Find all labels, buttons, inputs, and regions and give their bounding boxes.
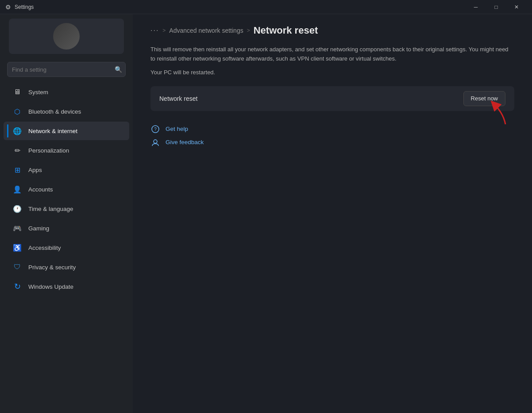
- sidebar-item-label: Gaming: [28, 225, 49, 232]
- bluetooth-icon: ⬡: [12, 107, 22, 116]
- app-container: 🔍 🖥 System ⬡ Bluetooth & devices 🌐 Netwo…: [0, 14, 532, 413]
- svg-point-3: [154, 140, 157, 143]
- user-avatar-area: [9, 19, 124, 54]
- sidebar-item-label: Privacy & security: [28, 264, 76, 271]
- maximize-button[interactable]: □: [486, 0, 506, 14]
- settings-icon: ⚙: [5, 4, 11, 11]
- breadcrumb-sep-2: >: [247, 27, 250, 34]
- network-icon: 🌐: [12, 126, 22, 136]
- breadcrumb-current: Network reset: [254, 25, 318, 36]
- system-icon: 🖥: [12, 87, 22, 97]
- svg-text:?: ?: [154, 127, 157, 132]
- search-input[interactable]: [7, 62, 126, 77]
- main-content: ··· > Advanced network settings > Networ…: [133, 14, 532, 413]
- page-description: This will remove then reinstall all your…: [150, 45, 513, 64]
- personalization-icon: ✏: [12, 145, 22, 155]
- accounts-icon: 👤: [12, 184, 22, 194]
- gaming-icon: 🎮: [12, 223, 22, 233]
- sidebar-item-privacy[interactable]: 🛡 Privacy & security: [4, 258, 129, 276]
- sidebar-item-gaming[interactable]: 🎮 Gaming: [4, 219, 129, 237]
- titlebar-title: Settings: [15, 4, 34, 10]
- sidebar: 🔍 🖥 System ⬡ Bluetooth & devices 🌐 Netwo…: [0, 14, 133, 413]
- get-help-label: Get help: [166, 126, 188, 132]
- sidebar-item-network[interactable]: 🌐 Network & internet: [4, 122, 129, 140]
- sidebar-item-label: System: [28, 89, 48, 96]
- sidebar-item-time[interactable]: 🕐 Time & language: [4, 199, 129, 218]
- sidebar-item-system[interactable]: 🖥 System: [4, 83, 129, 101]
- sidebar-item-accounts[interactable]: 👤 Accounts: [4, 180, 129, 199]
- network-reset-card: Network reset Reset now: [150, 86, 514, 111]
- sidebar-item-label: Personalization: [28, 147, 69, 154]
- sidebar-item-label: Accessibility: [28, 245, 61, 251]
- red-arrow: [479, 100, 510, 128]
- apps-icon: ⊞: [12, 165, 22, 175]
- close-button[interactable]: ✕: [506, 0, 527, 14]
- sidebar-item-personalization[interactable]: ✏ Personalization: [4, 141, 129, 160]
- minimize-button[interactable]: ─: [466, 0, 486, 14]
- breadcrumb: ··· > Advanced network settings > Networ…: [150, 25, 514, 36]
- time-icon: 🕐: [12, 204, 22, 214]
- get-help-icon: ?: [150, 124, 160, 134]
- sidebar-item-apps[interactable]: ⊞ Apps: [4, 161, 129, 179]
- give-feedback-link[interactable]: Give feedback: [150, 138, 514, 147]
- help-links: ? Get help Give feedback: [150, 124, 514, 147]
- sidebar-item-label: Apps: [28, 167, 42, 173]
- titlebar-controls: ─ □ ✕: [466, 0, 527, 14]
- breadcrumb-parent[interactable]: Advanced network settings: [169, 27, 243, 34]
- sidebar-item-label: Time & language: [28, 206, 73, 212]
- give-feedback-icon: [150, 138, 160, 147]
- search-icon: 🔍: [115, 66, 122, 73]
- privacy-icon: 🛡: [12, 262, 22, 272]
- avatar: [53, 23, 80, 50]
- sidebar-item-bluetooth[interactable]: ⬡ Bluetooth & devices: [4, 102, 129, 121]
- sidebar-item-update[interactable]: ↻ Windows Update: [4, 277, 129, 296]
- restart-note: Your PC will be restarted.: [150, 69, 514, 76]
- give-feedback-label: Give feedback: [166, 139, 204, 145]
- reset-card-label: Network reset: [159, 95, 197, 102]
- titlebar-left: ⚙ Settings: [5, 4, 34, 11]
- sidebar-item-accessibility[interactable]: ♿ Accessibility: [4, 238, 129, 257]
- sidebar-item-label: Bluetooth & devices: [28, 108, 81, 115]
- sidebar-item-label: Network & internet: [28, 128, 77, 134]
- search-box: 🔍: [7, 62, 126, 77]
- accessibility-icon: ♿: [12, 243, 22, 252]
- sidebar-item-label: Windows Update: [28, 283, 73, 290]
- titlebar: ⚙ Settings ─ □ ✕: [0, 0, 532, 14]
- sidebar-item-label: Accounts: [28, 186, 53, 193]
- breadcrumb-dots: ···: [150, 27, 159, 34]
- get-help-link[interactable]: ? Get help: [150, 124, 514, 134]
- update-icon: ↻: [12, 282, 22, 291]
- breadcrumb-sep-1: >: [162, 27, 166, 34]
